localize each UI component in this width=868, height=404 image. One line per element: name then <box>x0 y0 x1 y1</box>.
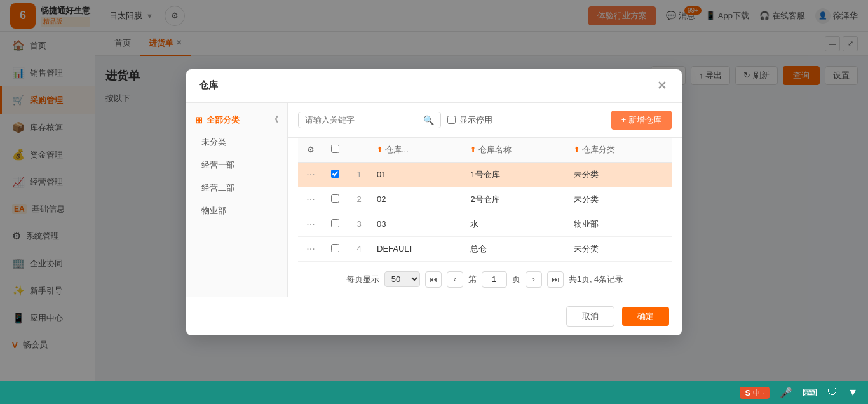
row-code: 03 <box>372 212 465 236</box>
ime-indicator[interactable]: S 中 · <box>740 387 770 399</box>
ime-dot: · <box>763 389 764 396</box>
prev-page-button[interactable]: ‹ <box>447 271 463 288</box>
category-item-property[interactable]: 物业部 <box>186 199 287 222</box>
th-no <box>346 138 372 163</box>
table-row[interactable]: ··· 4DEFAULT 总仓 未分类 <box>298 236 672 261</box>
show-disabled-checkbox[interactable] <box>447 116 456 124</box>
row-no: 2 <box>346 187 372 212</box>
table-row[interactable]: ··· 101 1号仓库 未分类 <box>298 162 672 187</box>
sort-icon-name: ⬆ <box>470 145 476 154</box>
th-checkbox <box>323 138 346 163</box>
ime-logo: S <box>745 388 750 398</box>
modal-footer: 取消 确定 <box>186 297 682 335</box>
row-checkbox-cell <box>323 162 346 187</box>
select-all-checkbox[interactable] <box>331 145 339 153</box>
category-item-op2[interactable]: 经营二部 <box>186 177 287 199</box>
row-actions[interactable]: ··· <box>298 162 323 187</box>
category-all-header[interactable]: ⊞ 全部分类 《 <box>186 109 287 131</box>
row-more-button[interactable]: ··· <box>304 194 317 205</box>
row-code: 02 <box>372 187 465 212</box>
search-box: 🔍 <box>298 112 441 128</box>
row-checkbox-cell <box>323 212 346 236</box>
category-item-unclassified[interactable]: 未分类 <box>186 131 287 154</box>
row-name: 2号仓库 <box>465 187 568 212</box>
search-input[interactable] <box>305 115 419 125</box>
row-category: 未分类 <box>569 162 672 187</box>
grid-icon: ⊞ <box>195 115 203 125</box>
row-category: 未分类 <box>569 187 672 212</box>
th-category: ⬆ 仓库分类 <box>569 138 672 163</box>
row-category: 物业部 <box>569 212 672 236</box>
last-page-button[interactable]: ⏭ <box>547 271 564 288</box>
confirm-button[interactable]: 确定 <box>622 307 669 326</box>
mic-icon[interactable]: 🎤 <box>780 387 792 399</box>
pagination-summary: 共1页, 4条记录 <box>569 274 624 285</box>
category-sidebar: ⊞ 全部分类 《 未分类 经营一部 经营二部 物业部 <box>186 103 288 297</box>
row-no: 1 <box>346 162 372 187</box>
category-item-op1[interactable]: 经营一部 <box>186 154 287 177</box>
row-name: 水 <box>465 212 568 236</box>
modal-title: 仓库 <box>199 79 218 91</box>
table-header-row: ⚙ ⬆ 仓库... ⬆ <box>298 138 672 163</box>
modal-body: ⊞ 全部分类 《 未分类 经营一部 经营二部 物业部 <box>186 103 682 297</box>
th-gear: ⚙ <box>298 138 323 163</box>
per-page-label: 每页显示 <box>346 274 379 285</box>
row-name: 总仓 <box>465 236 568 261</box>
collapse-icon[interactable]: 《 <box>271 114 278 125</box>
next-page-button[interactable]: › <box>526 271 542 288</box>
row-checkbox[interactable] <box>331 244 339 252</box>
warehouse-table: ⚙ ⬆ 仓库... ⬆ <box>298 138 672 262</box>
table-row[interactable]: ··· 303 水 物业部 <box>298 212 672 236</box>
category-all-label: 全部分类 <box>207 114 240 126</box>
warehouse-modal: 仓库 ✕ ⊞ 全部分类 《 未分类 经营一部 <box>186 69 682 335</box>
page-unit: 页 <box>512 274 520 285</box>
page-number-input[interactable] <box>482 271 507 288</box>
pagination: 每页显示 50 10 20 100 ⏮ ‹ 第 页 › ⏭ 共1页, 4条记录 <box>288 262 682 297</box>
keyboard-icon[interactable]: ⌨ <box>803 387 817 399</box>
warehouse-table-wrap: ⚙ ⬆ 仓库... ⬆ <box>288 138 682 262</box>
row-actions[interactable]: ··· <box>298 212 323 236</box>
row-more-button[interactable]: ··· <box>304 169 317 180</box>
add-warehouse-button[interactable]: + 新增仓库 <box>611 111 672 130</box>
row-checkbox[interactable] <box>331 170 339 178</box>
table-row[interactable]: ··· 202 2号仓库 未分类 <box>298 187 672 212</box>
more-icon[interactable]: ▼ <box>848 387 858 398</box>
row-category: 未分类 <box>569 236 672 261</box>
ime-label: 中 <box>753 388 760 398</box>
row-no: 3 <box>346 212 372 236</box>
th-code: ⬆ 仓库... <box>372 138 465 163</box>
sort-icon-category: ⬆ <box>574 145 580 154</box>
modal-main: 🔍 显示停用 + 新增仓库 ⚙ <box>288 103 682 297</box>
first-page-button[interactable]: ⏮ <box>425 271 442 288</box>
row-more-button[interactable]: ··· <box>304 219 317 230</box>
cancel-button[interactable]: 取消 <box>566 306 614 327</box>
th-name: ⬆ 仓库名称 <box>465 138 568 163</box>
show-disabled-label[interactable]: 显示停用 <box>447 114 492 126</box>
row-name: 1号仓库 <box>465 162 568 187</box>
row-more-button[interactable]: ··· <box>304 243 317 255</box>
page-label: 第 <box>468 274 477 285</box>
row-actions[interactable]: ··· <box>298 236 323 261</box>
per-page-select[interactable]: 50 10 20 100 <box>384 271 420 287</box>
status-bar: S 中 · 🎤 ⌨ 🛡 ▼ <box>0 381 868 404</box>
row-actions[interactable]: ··· <box>298 187 323 212</box>
sort-icon-code: ⬆ <box>377 145 383 154</box>
row-checkbox-cell <box>323 187 346 212</box>
row-checkbox-cell <box>323 236 346 261</box>
search-icon: 🔍 <box>423 115 434 125</box>
modal-toolbar: 🔍 显示停用 + 新增仓库 <box>288 103 682 138</box>
modal-close-button[interactable]: ✕ <box>654 78 669 93</box>
shield-icon[interactable]: 🛡 <box>827 387 837 398</box>
row-no: 4 <box>346 236 372 261</box>
modal-overlay: 仓库 ✕ ⊞ 全部分类 《 未分类 经营一部 <box>0 0 868 404</box>
modal-header: 仓库 ✕ <box>186 69 682 103</box>
row-checkbox[interactable] <box>331 194 339 203</box>
row-code: 01 <box>372 162 465 187</box>
row-code: DEFAULT <box>372 236 465 261</box>
row-checkbox[interactable] <box>331 219 339 227</box>
